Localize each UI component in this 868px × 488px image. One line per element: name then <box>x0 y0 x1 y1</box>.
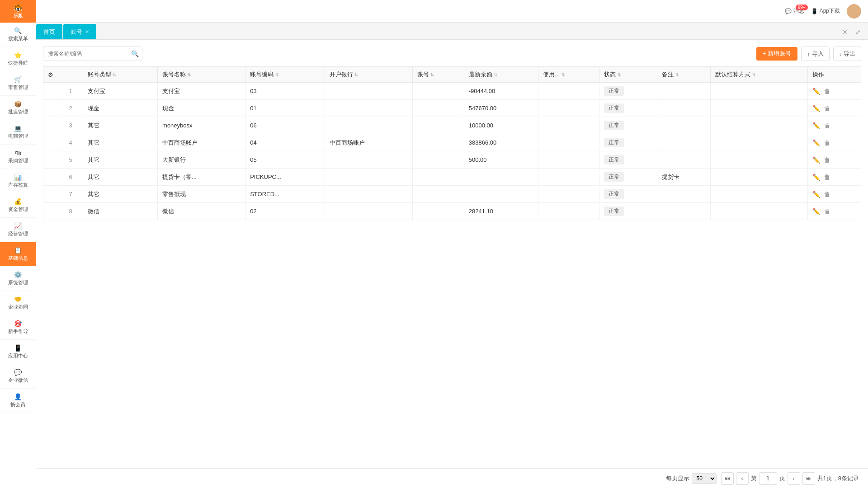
sidebar-item-operations[interactable]: 📈经营管理 <box>0 218 36 242</box>
delete-icon[interactable]: 🗑 <box>824 122 830 129</box>
th-type[interactable]: 账号类型⇅ <box>83 67 158 83</box>
app-download-button[interactable]: 📱 App下载 <box>811 7 840 15</box>
sidebar-item-guide[interactable]: 🎯新手引导 <box>0 315 36 340</box>
footer: 每页显示 50 100 200 ⏮ ‹ 第 页 › ⏭ 共1页，8条记录 <box>36 468 868 488</box>
delete-icon[interactable]: 🗑 <box>824 88 830 95</box>
sidebar-label-appcenter: 应用中心 <box>8 352 28 359</box>
add-account-button[interactable]: + 新增账号 <box>756 47 797 61</box>
cell-code: 05 <box>245 151 325 169</box>
th-status[interactable]: 状态⇅ <box>599 67 657 83</box>
delete-icon[interactable]: 🗑 <box>824 174 830 181</box>
cell-num: 7 <box>58 186 83 203</box>
message-button[interactable]: 💬 消息 99+ <box>785 7 804 15</box>
cell-action: ✏️ 🗑 <box>808 186 861 203</box>
page-number-input[interactable] <box>759 472 777 485</box>
th-name[interactable]: 账号名称⇅ <box>158 67 245 83</box>
last-page-button[interactable]: ⏭ <box>802 472 815 485</box>
cell-remark: 提货卡 <box>657 169 710 186</box>
pagination: ⏮ ‹ 第 页 › ⏭ 共1页，8条记录 <box>721 472 859 485</box>
th-usage[interactable]: 使用...⇅ <box>538 67 599 83</box>
delete-icon[interactable]: 🗑 <box>824 139 830 146</box>
sidebar-item-shortcut[interactable]: ⭐快捷导航 <box>0 47 36 71</box>
export-icon: ↓ <box>839 51 842 57</box>
delete-icon[interactable]: 🗑 <box>824 191 830 198</box>
tab-close-icon[interactable]: ✕ <box>85 29 89 35</box>
delete-icon[interactable]: 🗑 <box>824 156 830 164</box>
sidebar-item-purchase[interactable]: 🛍采购管理 <box>0 145 36 169</box>
sidebar-icon-guide: 🎯 <box>14 320 22 327</box>
search-button[interactable]: 🔍 <box>127 47 142 61</box>
avatar[interactable] <box>847 4 861 19</box>
sidebar-item-system[interactable]: ⚙️系统管理 <box>0 267 36 291</box>
cell-account <box>413 100 464 117</box>
delete-icon[interactable]: 🗑 <box>824 208 830 215</box>
table-row: 8 微信 微信 02 28241.10 正常 ✏️ 🗑 <box>43 203 861 220</box>
delete-icon[interactable]: 🗑 <box>824 105 830 112</box>
sidebar-item-finance[interactable]: 💰资金管理 <box>0 193 36 218</box>
edit-icon[interactable]: ✏️ <box>812 156 820 164</box>
sidebar-item-wholesale[interactable]: 📦批发管理 <box>0 96 36 120</box>
cell-status: 正常 <box>599 169 657 186</box>
cell-num: 5 <box>58 151 83 169</box>
cell-status: 正常 <box>599 186 657 203</box>
cell-code: 04 <box>245 134 325 151</box>
cell-code: STORED... <box>245 186 325 203</box>
cell-status: 正常 <box>599 117 657 134</box>
sidebar-item-basic[interactable]: 📋基础信息 <box>0 242 36 267</box>
total-label: 共1页，8条记录 <box>817 474 859 483</box>
edit-icon[interactable]: ✏️ <box>812 191 820 198</box>
sidebar-item-ecommerce[interactable]: 💻电商管理 <box>0 120 36 145</box>
tab-close-window-button[interactable]: ✕ <box>840 27 850 38</box>
home-tab-label: 首页 <box>43 28 55 36</box>
edit-icon[interactable]: ✏️ <box>812 88 820 95</box>
page-suffix: 页 <box>779 474 785 483</box>
page-size-select[interactable]: 50 100 200 <box>692 473 717 484</box>
sidebar-label-basic: 基础信息 <box>8 255 28 262</box>
cell-code: 06 <box>245 117 325 134</box>
table-row: 6 其它 提货卡（零... PICKUPC... 正常 提货卡 ✏️ 🗑 <box>43 169 861 186</box>
first-page-button[interactable]: ⏮ <box>721 472 734 485</box>
th-code[interactable]: 账号编码⇅ <box>245 67 325 83</box>
sidebar-label-purchase: 采购管理 <box>8 157 28 164</box>
sidebar-icon-retail: 🛒 <box>14 76 22 83</box>
import-button[interactable]: ↑ 导入 <box>801 47 830 61</box>
tab-home[interactable]: 首页 <box>36 24 62 39</box>
sidebar-item-search[interactable]: 🔍搜索菜单 <box>0 23 36 47</box>
search-input[interactable] <box>43 48 127 60</box>
cell-account <box>413 169 464 186</box>
edit-icon[interactable]: ✏️ <box>812 105 820 112</box>
cell-bank <box>325 117 412 134</box>
edit-icon[interactable]: ✏️ <box>812 122 820 129</box>
cell-usage <box>538 100 599 117</box>
sidebar-item-inventory[interactable]: 📊库存核算 <box>0 169 36 193</box>
cell-action: ✏️ 🗑 <box>808 100 861 117</box>
cell-gear <box>43 117 58 134</box>
sidebar-item-appcenter[interactable]: 📱应用中心 <box>0 340 36 364</box>
next-page-button[interactable]: › <box>788 472 800 485</box>
th-balance[interactable]: 最新余额⇅ <box>464 67 538 83</box>
edit-icon[interactable]: ✏️ <box>812 174 820 181</box>
sidebar-item-member[interactable]: 👤畅会员 <box>0 389 36 413</box>
sidebar-item-retail[interactable]: 🛒零售管理 <box>0 71 36 96</box>
cell-usage <box>538 117 599 134</box>
edit-icon[interactable]: ✏️ <box>812 139 820 146</box>
th-settlement[interactable]: 默认结算方式⇅ <box>710 67 808 83</box>
cell-action: ✏️ 🗑 <box>808 151 861 169</box>
sidebar-item-corpwechat[interactable]: 💬企业微信 <box>0 364 36 389</box>
cell-name: 零售抵现 <box>158 186 245 203</box>
cell-name: 提货卡（零... <box>158 169 245 186</box>
cell-type: 其它 <box>83 169 158 186</box>
sidebar-item-enterprise[interactable]: 🤝企业协同 <box>0 291 36 315</box>
export-button[interactable]: ↓ 导出 <box>833 47 862 61</box>
cell-settlement <box>710 134 808 151</box>
th-bank[interactable]: 开户银行⇅ <box>325 67 412 83</box>
edit-icon[interactable]: ✏️ <box>812 208 820 215</box>
cell-bank <box>325 169 412 186</box>
sidebar-icon-enterprise: 🤝 <box>14 296 22 303</box>
page-label: 第 <box>751 474 757 483</box>
tab-expand-button[interactable]: ⤢ <box>853 27 863 38</box>
th-account[interactable]: 账号⇅ <box>413 67 464 83</box>
th-remark[interactable]: 备注⇅ <box>657 67 710 83</box>
tab-accounts[interactable]: 账号 ✕ <box>63 24 96 39</box>
prev-page-button[interactable]: ‹ <box>736 472 749 485</box>
